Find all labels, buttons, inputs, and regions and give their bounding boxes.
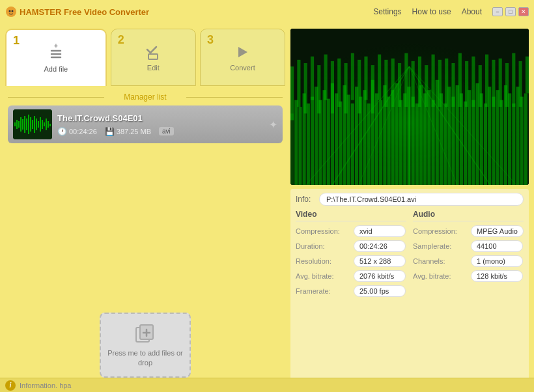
svg-rect-121 [425, 65, 428, 107]
svg-rect-129 [479, 65, 482, 107]
drop-zone[interactable]: Press me to add files or drop [100, 313, 191, 378]
svg-rect-51 [327, 99, 330, 185]
svg-rect-43 [294, 100, 298, 185]
titlebar: HAMSTER Free Video Converter Settings Ho… [0, 0, 534, 23]
svg-rect-7 [148, 54, 158, 59]
svg-rect-54 [339, 102, 342, 185]
svg-rect-63 [375, 93, 378, 185]
restore-button[interactable]: □ [505, 7, 516, 16]
svg-rect-116 [391, 59, 395, 107]
svg-rect-109 [344, 63, 347, 113]
svg-rect-12 [18, 121, 20, 128]
svg-rect-113 [371, 65, 374, 113]
svg-rect-119 [412, 61, 415, 107]
app-logo: HAMSTER Free Video Converter [5, 6, 373, 18]
svg-rect-22 [38, 121, 39, 128]
svg-rect-123 [438, 60, 442, 107]
svg-point-2 [12, 10, 14, 12]
video-resolution-value: 512 x 288 [354, 255, 406, 267]
svg-rect-72 [412, 97, 415, 185]
steps-bar: 1 + Add file 2 Edit [5, 29, 285, 86]
file-options-button[interactable]: ✦ [269, 119, 277, 131]
svg-rect-103 [304, 63, 307, 113]
svg-rect-24 [42, 120, 43, 129]
how-to-use-link[interactable]: How to use [412, 7, 451, 16]
audio-bitrate-label: Avg. bitrate: [413, 272, 468, 280]
svg-rect-118 [404, 53, 408, 107]
svg-rect-136 [526, 57, 529, 94]
audio-compression-label: Compression: [413, 227, 468, 235]
video-col-header: Video [296, 210, 406, 221]
nav-menu: Settings How to use About [373, 7, 482, 16]
svg-rect-82 [451, 97, 455, 185]
file-info: The.IT.Crowd.S04E01 🕐 00:24:26 💾 387.25 … [57, 113, 264, 136]
svg-rect-13 [20, 117, 21, 132]
svg-rect-17 [28, 115, 29, 134]
hamster-icon [5, 6, 17, 18]
svg-point-1 [9, 10, 11, 12]
convert-icon [233, 43, 251, 61]
video-frame [290, 29, 529, 185]
svg-rect-125 [451, 63, 455, 107]
audio-info-col: Audio Compression: MPEG Audio Samplerate… [413, 210, 524, 300]
video-viz [290, 29, 529, 185]
about-link[interactable]: About [462, 7, 482, 16]
window-controls: − □ ✕ [492, 7, 529, 16]
right-panel: 🕐 00:00:00 |◀ ▶ ▶| Info: P:\The.IT.Crowd… [290, 29, 529, 387]
file-item[interactable]: The.IT.Crowd.S04E01 🕐 00:24:26 💾 387.25 … [8, 105, 283, 143]
video-bitrate-label: Avg. bitrate: [296, 272, 351, 280]
drop-zone-label: Press me to add files or drop [101, 348, 190, 369]
step-3-tab[interactable]: 3 Convert [200, 29, 285, 86]
svg-rect-19 [32, 120, 33, 129]
video-bitrate-field: Avg. bitrate: 2076 kbit/s [296, 270, 406, 282]
step-2-number: 2 [118, 33, 124, 47]
svg-rect-108 [337, 59, 341, 107]
svg-rect-75 [423, 93, 427, 185]
svg-rect-20 [34, 116, 35, 133]
minimize-button[interactable]: − [492, 7, 503, 16]
audio-compression-field: Compression: MPEG Audio [413, 225, 524, 237]
svg-rect-60 [363, 90, 366, 185]
audio-samplerate-field: Samplerate: 44100 [413, 240, 524, 252]
svg-rect-84 [460, 93, 463, 185]
svg-rect-104 [311, 57, 314, 100]
svg-rect-131 [492, 60, 495, 107]
svg-rect-99 [520, 97, 524, 185]
svg-rect-11 [16, 120, 18, 129]
svg-text:+: + [54, 43, 58, 49]
svg-rect-132 [499, 59, 502, 107]
settings-link[interactable]: Settings [373, 7, 401, 16]
svg-rect-117 [398, 63, 401, 107]
svg-rect-66 [387, 97, 390, 185]
svg-rect-46 [307, 104, 310, 185]
step-2-tab[interactable]: 2 Edit [111, 29, 196, 86]
app-title: HAMSTER Free Video Converter [20, 7, 149, 17]
svg-rect-79 [440, 93, 443, 185]
svg-rect-135 [519, 61, 522, 107]
close-button[interactable]: ✕ [518, 7, 529, 16]
file-format-badge: avi [159, 127, 174, 135]
svg-rect-64 [379, 100, 382, 185]
svg-rect-61 [367, 104, 371, 185]
svg-marker-8 [238, 47, 247, 57]
svg-rect-21 [36, 119, 37, 130]
manager-section: Manager list [5, 90, 285, 387]
svg-rect-57 [351, 104, 354, 185]
step-1-number: 1 [13, 34, 20, 48]
svg-rect-89 [480, 93, 483, 185]
video-resolution-field: Resolution: 512 x 288 [296, 255, 406, 267]
svg-rect-115 [384, 60, 387, 107]
svg-rect-87 [471, 100, 475, 185]
video-compression-value: xvid [354, 225, 406, 237]
svg-rect-97 [512, 104, 515, 185]
svg-rect-28 [49, 124, 51, 126]
file-path-row: Info: P:\The.IT.Crowd.S04E01.avi [296, 193, 524, 206]
svg-rect-42 [290, 113, 294, 185]
info-label: Info: [296, 195, 315, 204]
audio-compression-value: MPEG Audio [471, 225, 524, 237]
drop-zone-icon [134, 322, 157, 346]
step-1-tab[interactable]: 1 + Add file [5, 29, 107, 86]
svg-rect-134 [512, 53, 515, 107]
svg-rect-14 [22, 119, 23, 130]
video-preview: 🕐 00:00:00 |◀ ▶ ▶| [290, 29, 529, 185]
